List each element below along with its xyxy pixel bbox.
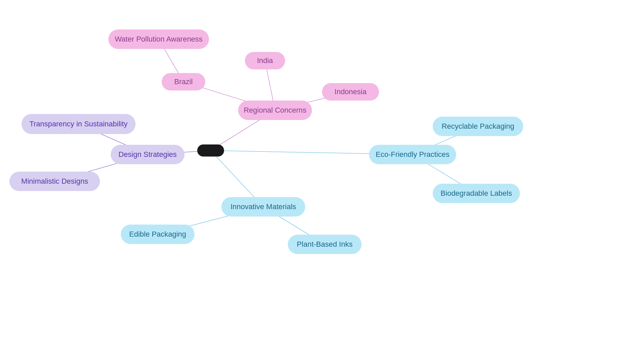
biodegradable-node: Biodegradable Labels [433,184,520,203]
innovative-materials-node: Innovative Materials [221,197,305,217]
india-label: India [257,56,273,65]
india-node: India [245,52,285,69]
plant-based-inks-node: Plant-Based Inks [288,235,362,254]
edible-packaging-label: Edible Packaging [129,230,186,239]
plant-based-inks-label: Plant-Based Inks [297,240,353,249]
eco-friendly-label: Eco-Friendly Practices [376,150,449,159]
biodegradable-label: Biodegradable Labels [441,189,512,198]
minimalistic-label: Minimalistic Designs [21,177,88,186]
eco-friendly-node: Eco-Friendly Practices [369,145,456,164]
regional-concerns-label: Regional Concerns [244,106,306,115]
indonesia-label: Indonesia [334,87,366,96]
recyclable-label: Recyclable Packaging [442,122,514,131]
transparency-node: Transparency in Sustainability [21,114,136,134]
center-node [197,144,224,157]
recyclable-node: Recyclable Packaging [433,117,523,136]
water-pollution-node: Water Pollution Awareness [108,29,209,49]
brazil-label: Brazil [174,77,193,86]
design-strategies-label: Design Strategies [118,150,177,159]
design-strategies-node: Design Strategies [111,145,184,164]
indonesia-node: Indonesia [322,83,379,101]
regional-concerns-node: Regional Concerns [238,101,312,120]
brazil-node: Brazil [162,73,205,90]
innovative-materials-label: Innovative Materials [230,202,296,211]
transparency-label: Transparency in Sustainability [30,120,128,128]
water-pollution-label: Water Pollution Awareness [115,35,203,44]
edible-packaging-node: Edible Packaging [121,225,195,244]
minimalistic-node: Minimalistic Designs [9,172,100,191]
